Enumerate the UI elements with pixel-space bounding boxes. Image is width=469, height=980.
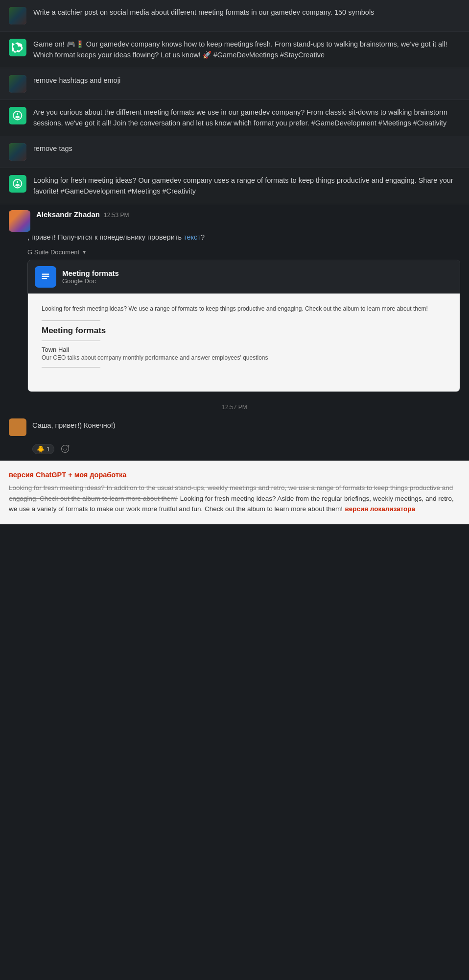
user-message-2-text: remove hashtags and emoji [33, 75, 460, 86]
chevron-down-icon: ▼ [82, 249, 87, 255]
reply-timestamp: 12:57 PM [0, 399, 469, 414]
svg-rect-4 [42, 276, 49, 277]
slack-header: Aleksandr Zhadan 12:53 PM [36, 210, 460, 219]
slack-link-suffix: ? [201, 233, 205, 241]
analysis-text: Looking for fresh meeting ideas? In addi… [9, 483, 460, 514]
gdoc-divider-3 [42, 367, 100, 368]
slack-time: 12:53 PM [104, 212, 129, 219]
slack-message-block: Aleksandr Zhadan 12:53 PM , привет! Полу… [0, 204, 469, 399]
gsuite-label[interactable]: G Suite Document ▼ [0, 248, 95, 260]
localizer-link[interactable]: версия локализатора [345, 505, 416, 513]
ai-message-3: Looking for fresh meeting ideas? Our gam… [0, 168, 469, 204]
gsuite-label-text: G Suite Document [27, 248, 79, 256]
openai-logo-icon [12, 42, 23, 53]
version-label: версия ChatGPT + моя доработка [9, 471, 460, 479]
svg-rect-3 [42, 274, 49, 275]
user-message-3: remove tags [0, 136, 469, 168]
openai-logo-icon-2 [12, 110, 23, 121]
openai-logo-icon-3 [12, 178, 23, 189]
user-message-2: remove hashtags and emoji [0, 68, 469, 100]
gdoc-icon [35, 266, 56, 288]
chat-container: Write a catchier post on social media ab… [0, 0, 469, 524]
gdoc-title: Meeting formats [62, 269, 119, 277]
svg-point-7 [64, 448, 65, 449]
slack-text-link[interactable]: текст [184, 233, 201, 241]
ai-message-1-text: Game on! 🎮🚦 Our gamedev company knows ho… [33, 39, 460, 61]
gdoc-subtitle: Google Doc [62, 277, 119, 285]
user-avatar-2 [9, 75, 26, 93]
add-reaction-button[interactable] [58, 443, 72, 455]
reaction-emoji: 🐥 [37, 445, 45, 453]
slack-user-avatar [9, 210, 30, 232]
openai-avatar-1 [9, 39, 26, 56]
svg-point-8 [66, 448, 67, 449]
ai-message-3-text: Looking for fresh meeting ideas? Our gam… [33, 175, 460, 197]
gdoc-preview: Looking for fresh meeting ideas? We use … [28, 294, 460, 392]
gdoc-preview-text: Looking for fresh meeting ideas? We use … [42, 304, 446, 314]
reply-text: Саша, привет!) Конечно!) [32, 418, 460, 431]
user-message-1: Write a catchier post on social media ab… [0, 0, 469, 32]
slack-body: , привет! Получится к понедельнику прове… [0, 232, 469, 247]
svg-rect-5 [42, 278, 47, 279]
user-avatar-3 [9, 143, 26, 161]
reply-message: Саша, привет!) Конечно!) [0, 414, 469, 441]
ai-message-2-text: Are you curious about the different meet… [33, 107, 460, 129]
openai-avatar-2 [9, 107, 26, 124]
reaction-duck[interactable]: 🐥 1 [32, 444, 54, 454]
slack-message-inner: Aleksandr Zhadan 12:53 PM [0, 204, 469, 232]
gdoc-header: Meeting formats Google Doc [28, 260, 460, 294]
svg-point-6 [62, 445, 69, 453]
user-message-1-text: Write a catchier post on social media ab… [33, 7, 460, 18]
openai-avatar-3 [9, 175, 26, 193]
gdoc-section-desc: Our CEO talks about company monthly perf… [42, 353, 446, 362]
gdoc-section-title: Town Hall [42, 346, 446, 353]
slack-greeting: , привет! Получится к понедельнику прове… [27, 233, 184, 241]
gdoc-info: Meeting formats Google Doc [62, 269, 119, 285]
reply-avatar [9, 418, 26, 436]
gdoc-divider-2 [42, 341, 100, 341]
gdoc-divider-1 [42, 320, 100, 321]
gdoc-heading: Meeting formats [42, 326, 446, 336]
bottom-analysis-section: версия ChatGPT + моя доработка Looking f… [0, 461, 469, 524]
reaction-bar: 🐥 1 [0, 441, 469, 461]
slack-username: Aleksandr Zhadan [36, 210, 100, 219]
reaction-count: 1 [47, 445, 50, 453]
ai-message-1: Game on! 🎮🚦 Our gamedev company knows ho… [0, 32, 469, 68]
reply-time: 12:57 PM [222, 404, 247, 411]
add-reaction-icon [61, 444, 70, 453]
ai-message-2: Are you curious about the different meet… [0, 100, 469, 136]
gdoc-card[interactable]: Meeting formats Google Doc Looking for f… [27, 260, 460, 392]
google-doc-icon [39, 270, 52, 283]
slack-content: Aleksandr Zhadan 12:53 PM [36, 210, 460, 220]
user-avatar-1 [9, 7, 26, 24]
user-message-3-text: remove tags [33, 143, 460, 154]
